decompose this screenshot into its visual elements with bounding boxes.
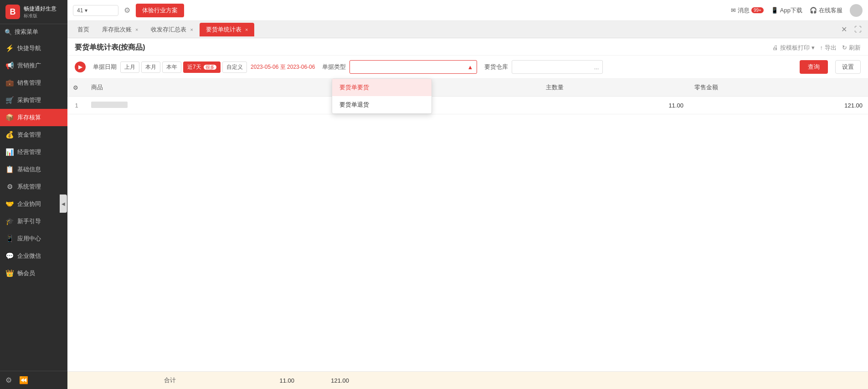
refresh-btn[interactable]: ↻ 刷新 — [842, 44, 861, 52]
online-service-btn[interactable]: 🎧 在线客服 — [810, 6, 842, 15]
sidebar-collapse-btn[interactable]: ◀ — [60, 194, 67, 213]
sidebar-item-1[interactable]: ⚡ 快捷导航 — [0, 40, 67, 57]
filter-date-section: 单据日期 上月 本月 本年 近7天 很多 自定义 2023-05-06 至 20… — [93, 61, 315, 73]
filter-bar: ▶ 单据日期 上月 本月 本年 近7天 很多 自定义 2023-05-06 至 … — [67, 56, 868, 79]
app-download-btn[interactable]: 📱 App下载 — [771, 6, 802, 15]
print-btn[interactable]: 🖨 按模板打印 ▾ — [772, 44, 815, 52]
print-icon: 🖨 — [772, 44, 778, 51]
row-product-0 — [86, 97, 331, 114]
logo-icon: B — [5, 5, 20, 19]
tab-close-order-stats[interactable]: × — [245, 27, 248, 32]
tab-home[interactable]: 首页 — [71, 23, 96, 36]
type-filter-label: 单据类型 — [322, 63, 346, 71]
warehouse-filter-input[interactable]: ... — [512, 60, 603, 74]
date-btn-custom[interactable]: 自定义 — [222, 61, 247, 73]
collapse-icon[interactable]: ⏪ — [19, 376, 28, 384]
sidebar-label-14: 畅会员 — [17, 269, 35, 277]
warehouse-more-icon: ... — [594, 64, 599, 71]
sidebar-item-8[interactable]: 📋 基础信息 — [0, 161, 67, 178]
sidebar-label-5: 库存核算 — [17, 113, 41, 122]
sidebar-label-1: 快捷导航 — [17, 44, 41, 52]
sidebar-item-12[interactable]: 📱 应用中心 — [0, 230, 67, 247]
date-buttons: 上月 本月 本年 近7天 很多 自定义 — [120, 61, 247, 73]
hot-badge: 很多 — [204, 65, 216, 70]
query-btn[interactable]: 查询 — [800, 60, 828, 74]
footer-quantity: 11.00 — [249, 377, 303, 384]
col-settings-icon[interactable]: ⚙ — [73, 84, 78, 91]
page-title: 要货单统计表(按商品) — [75, 43, 145, 52]
sidebar: B 畅捷通好生意 标准版 🔍 搜索菜单 ⚡ 快捷导航📢 营销推广💼 销售管理🛒 … — [0, 0, 67, 389]
sidebar-item-10[interactable]: 🤝 企业协同 — [0, 195, 67, 213]
sidebar-search[interactable]: 🔍 搜索菜单 — [0, 24, 67, 40]
filter-toggle-btn[interactable]: ▶ — [75, 61, 86, 72]
date-btn-7days[interactable]: 近7天 很多 — [183, 61, 221, 73]
sidebar-label-12: 应用中心 — [17, 235, 41, 243]
message-icon: ✉ — [731, 7, 736, 14]
row-amount-0: 121.00 — [689, 97, 868, 114]
sidebar-label-6: 资金管理 — [17, 131, 41, 139]
sidebar-item-4[interactable]: 🛒 采购管理 — [0, 92, 67, 109]
tab-close-inventory-batch[interactable]: × — [135, 27, 138, 32]
type-filter-input[interactable]: ▲ — [349, 60, 477, 74]
sidebar-bottom: ⚙ ⏪ — [0, 371, 67, 389]
sidebar-item-11[interactable]: 🎓 新手引导 — [0, 213, 67, 230]
sidebar-icon-6: 💰 — [5, 131, 14, 139]
page-header-actions: 🖨 按模板打印 ▾ ↑ 导出 ↻ 刷新 — [772, 44, 861, 52]
sidebar-icon-7: 📊 — [5, 148, 14, 156]
user-avatar[interactable] — [850, 4, 863, 17]
date-btn-this-year[interactable]: 本年 — [162, 61, 181, 73]
date-btn-this-month[interactable]: 本月 — [141, 61, 160, 73]
sidebar-icon-9: ⚙ — [5, 183, 14, 191]
type-chevron-up-icon: ▲ — [467, 64, 473, 71]
sidebar-icon-3: 💼 — [5, 79, 14, 87]
col-product: 商品 — [86, 79, 331, 97]
dropdown-item-0[interactable]: 要货单要货 — [332, 79, 431, 96]
sidebar-icon-1: ⚡ — [5, 44, 14, 52]
dropdown-item-1[interactable]: 要货单退货 — [332, 96, 431, 113]
export-icon: ↑ — [820, 44, 823, 51]
sidebar-item-3[interactable]: 💼 销售管理 — [0, 74, 67, 92]
tabs-right-controls: ✕ ⛶ — [838, 24, 864, 35]
trial-btn[interactable]: 体验行业方案 — [136, 4, 184, 17]
export-btn[interactable]: ↑ 导出 — [820, 44, 837, 52]
sidebar-icon-8: 📋 — [5, 165, 14, 174]
settings-btn[interactable]: 设置 — [835, 60, 861, 74]
sidebar-item-2[interactable]: 📢 营销推广 — [0, 57, 67, 74]
sidebar-label-13: 企业微信 — [17, 252, 41, 260]
print-chevron-icon: ▾ — [812, 44, 815, 51]
filter-type-section: 单据类型 ▲ — [322, 60, 477, 74]
sidebar-icon-2: 📢 — [5, 61, 14, 70]
topbar-gear-icon[interactable]: ⚙ — [122, 4, 132, 16]
topbar-right: ✉ 消息 99+ 📱 App下载 🎧 在线客服 — [731, 4, 863, 17]
sidebar-icon-11: 🎓 — [5, 217, 14, 225]
sidebar-item-7[interactable]: 📊 经营管理 — [0, 143, 67, 161]
table-body: 1 块 11.00 121.00 — [67, 97, 868, 114]
sidebar-item-6[interactable]: 💰 资金管理 — [0, 126, 67, 143]
settings-icon[interactable]: ⚙ — [5, 376, 12, 384]
sidebar-icon-10: 🤝 — [5, 200, 14, 208]
sidebar-label-9: 系统管理 — [17, 183, 41, 191]
sidebar-item-13[interactable]: 💬 企业微信 — [0, 247, 67, 265]
tab-expand-btn[interactable]: ⛶ — [852, 25, 864, 35]
sidebar-item-5[interactable]: 📦 库存核算 — [0, 109, 67, 126]
row-quantity-0: 11.00 — [540, 97, 689, 114]
topbar-left: 41 ▾ ⚙ 体验行业方案 — [73, 4, 726, 17]
sidebar-item-9[interactable]: ⚙ 系统管理 — [0, 178, 67, 195]
tab-close-receive-send[interactable]: × — [190, 27, 193, 32]
type-dropdown: 要货单要货 要货单退货 — [332, 78, 432, 114]
logo-text: 畅捷通好生意 标准版 — [24, 5, 56, 19]
tab-receive-send[interactable]: 收发存汇总表 × — [144, 23, 199, 36]
store-selector[interactable]: 41 ▾ — [73, 5, 118, 16]
tab-close-all-btn[interactable]: ✕ — [838, 24, 850, 35]
message-badge: 99+ — [751, 7, 764, 13]
tab-inventory-batch[interactable]: 库存批次账 × — [96, 23, 144, 36]
table-header-row: ⚙ 商品 主计量单位 主数量 零售金额 — [67, 79, 868, 97]
col-gear: ⚙ — [67, 79, 86, 97]
data-table: ⚙ 商品 主计量单位 主数量 零售金额 1 块 11.00 121.00 — [67, 79, 868, 114]
tab-order-stats[interactable]: 要货单统计表 × — [200, 23, 254, 36]
messages-btn[interactable]: ✉ 消息 99+ — [731, 6, 764, 15]
main-area: 41 ▾ ⚙ 体验行业方案 ✉ 消息 99+ 📱 App下载 🎧 在线客服 — [67, 0, 868, 389]
date-btn-last-month[interactable]: 上月 — [120, 61, 139, 73]
sidebar-item-14[interactable]: 👑 畅会员 — [0, 265, 67, 282]
sidebar-label-8: 基础信息 — [17, 165, 41, 174]
